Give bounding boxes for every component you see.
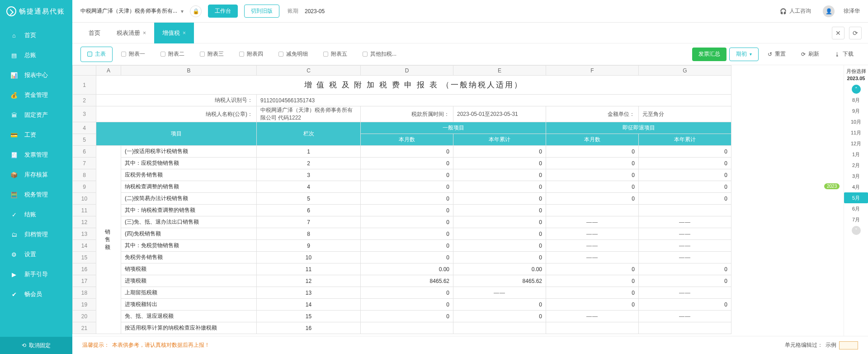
month-option[interactable]: 1月 <box>844 149 868 160</box>
period-value[interactable]: 2023-05 <box>305 8 325 14</box>
cell-g[interactable]: 0 <box>639 158 731 169</box>
tab-refresh-button[interactable]: ⟳ <box>849 27 862 39</box>
cell-f[interactable]: —— <box>546 311 639 322</box>
customer-service-link[interactable]: 🎧 人工咨询 <box>780 7 811 15</box>
cell-e[interactable]: 0 <box>453 193 546 205</box>
cell-g[interactable]: 0 <box>639 193 731 205</box>
cell-g[interactable]: —— <box>639 311 731 322</box>
ws-tab-5[interactable]: 减免明细 <box>272 47 315 62</box>
cell-d[interactable]: 0 <box>361 311 453 322</box>
ws-tab-7[interactable]: 其他扣税... <box>356 47 403 62</box>
cell-d[interactable]: 0 <box>361 205 453 216</box>
cell-e[interactable]: —— <box>453 287 546 299</box>
cell-e[interactable]: 0.00 <box>453 263 546 275</box>
cell-d[interactable]: 0 <box>361 181 453 193</box>
cell-f[interactable]: 0 <box>546 158 639 169</box>
ws-tab-1[interactable]: 附表一 <box>114 47 152 62</box>
data-row[interactable]: 20 免、抵、退应退税额 15 0 0 —— —— <box>73 311 731 322</box>
sidebar-item-9[interactable]: ✓结账 <box>0 205 72 225</box>
cell-e[interactable] <box>453 322 546 334</box>
cell-d[interactable]: 0.00 <box>361 263 453 275</box>
cell-d[interactable]: 0 <box>361 216 453 228</box>
switch-old-button[interactable]: 切到旧版 <box>244 5 279 18</box>
tab-0[interactable]: 首页 <box>80 23 108 43</box>
cell-d[interactable]: 0 <box>361 252 453 263</box>
lock-button[interactable]: 🔒 <box>190 5 202 17</box>
cell-d[interactable]: 0 <box>361 240 453 252</box>
month-option[interactable]: 4月 <box>844 182 868 192</box>
cell-g[interactable] <box>639 322 731 334</box>
data-row[interactable]: 18 上期留抵税额 13 0 —— 0 —— <box>73 287 731 299</box>
cell-g[interactable]: —— <box>639 240 731 252</box>
sidebar-item-10[interactable]: 🗂归档管理 <box>0 225 72 244</box>
download-button[interactable]: ⭳ 下载 <box>828 48 860 61</box>
data-row[interactable]: 19 进项税额转出 14 0 0 0 0 <box>73 299 731 311</box>
cell-e[interactable]: 8465.62 <box>453 275 546 287</box>
cell-f[interactable]: —— <box>546 216 639 228</box>
cell-d[interactable]: 0 <box>361 169 453 181</box>
month-option[interactable]: 7月 <box>844 214 868 225</box>
report-grid[interactable]: ABCDEFG 1增 值 税 及 附 加 税 费 申 报 表 （一般纳税人适用）… <box>72 65 731 334</box>
cell-e[interactable]: 0 <box>453 169 546 181</box>
cell-f[interactable]: 0 <box>546 299 639 311</box>
tab-1[interactable]: 税表清册× <box>108 23 154 43</box>
cell-e[interactable]: 0 <box>453 216 546 228</box>
cell-d[interactable]: 0 <box>361 287 453 299</box>
close-icon[interactable]: × <box>143 30 146 36</box>
cell-f[interactable] <box>546 322 639 334</box>
sidebar-item-6[interactable]: 🧾发票管理 <box>0 145 72 165</box>
sidebar-item-5[interactable]: 💳工资 <box>0 125 72 145</box>
cell-e[interactable]: 0 <box>453 299 546 311</box>
cell-g[interactable]: 0 <box>639 181 731 193</box>
close-icon[interactable]: × <box>183 30 186 36</box>
cell-e[interactable]: 0 <box>453 181 546 193</box>
cell-g[interactable]: —— <box>639 252 731 263</box>
cell-f[interactable]: —— <box>546 240 639 252</box>
cell-f[interactable]: —— <box>546 252 639 263</box>
cell-f[interactable]: —— <box>546 228 639 240</box>
cell-d[interactable]: 0 <box>361 193 453 205</box>
tab-2[interactable]: 增值税× <box>154 23 194 43</box>
cell-f[interactable]: 0 <box>546 146 639 158</box>
month-option[interactable]: 6月 <box>844 203 868 214</box>
cell-g[interactable] <box>639 205 731 216</box>
data-row[interactable]: 10 (二)按简易办法计税销售额 5 0 0 0 0 <box>73 193 731 205</box>
cell-g[interactable]: —— <box>639 287 731 299</box>
cell-e[interactable]: 0 <box>453 205 546 216</box>
cell-d[interactable]: 0 <box>361 228 453 240</box>
cell-g[interactable]: —— <box>639 216 731 228</box>
cell-e[interactable]: 0 <box>453 146 546 158</box>
cell-e[interactable]: 0 <box>453 158 546 169</box>
month-option[interactable]: 11月 <box>844 127 868 138</box>
cell-f[interactable]: 0 <box>546 263 639 275</box>
cell-g[interactable]: 0 <box>639 275 731 287</box>
ws-tab-0[interactable]: 主表 <box>80 47 113 62</box>
month-option[interactable]: 3月 <box>844 171 868 182</box>
sidebar-item-4[interactable]: 🏛固定资产 <box>0 105 72 125</box>
month-option[interactable]: 8月 <box>844 95 868 105</box>
invoice-sum-button[interactable]: 发票汇总 <box>692 48 726 61</box>
cell-f[interactable]: 0 <box>546 169 639 181</box>
cell-d[interactable]: 8465.62 <box>361 275 453 287</box>
month-option[interactable]: 10月 <box>844 116 868 127</box>
data-row[interactable]: 8 应税劳务销售额 3 0 0 0 0 <box>73 169 731 181</box>
cell-g[interactable]: 0 <box>639 169 731 181</box>
month-option[interactable]: 2月 <box>844 160 868 171</box>
data-row[interactable]: 14 其中：免税货物销售额 9 0 0 —— —— <box>73 240 731 252</box>
sidebar-item-12[interactable]: ▶新手引导 <box>0 264 72 284</box>
cell-g[interactable]: 0 <box>639 263 731 275</box>
data-row[interactable]: 7 其中：应税货物销售额 2 0 0 0 0 <box>73 158 731 169</box>
cell-f[interactable]: 0 <box>546 181 639 193</box>
refresh-button[interactable]: ⟳ 刷新 <box>795 48 826 61</box>
sidebar-item-1[interactable]: ▤总账 <box>0 45 72 65</box>
cell-e[interactable]: 0 <box>453 240 546 252</box>
data-row[interactable]: 6 销 售 额 (一)按适用税率计税销售额 1 0 0 0 0 <box>73 146 731 158</box>
cell-e[interactable]: 0 <box>453 252 546 263</box>
data-row[interactable]: 21 按适用税率计算的纳税检查应补缴税额 16 <box>73 322 731 334</box>
cell-g[interactable]: 0 <box>639 146 731 158</box>
ws-tab-6[interactable]: 附表五 <box>316 47 354 62</box>
cell-g[interactable]: —— <box>639 228 731 240</box>
sidebar-item-3[interactable]: 💰资金管理 <box>0 85 72 105</box>
sidebar-item-13[interactable]: ✔畅会员 <box>0 284 72 304</box>
data-row[interactable]: 17 进项税额 12 8465.62 8465.62 0 0 <box>73 275 731 287</box>
